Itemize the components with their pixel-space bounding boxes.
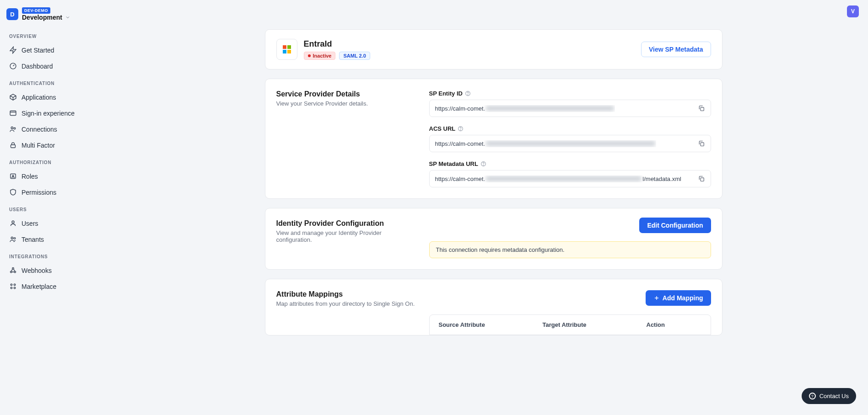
org-name: Development [22,14,62,21]
sidebar-item-webhooks[interactable]: Webhooks [5,263,114,278]
field-prefix: https://calm-comet. [435,105,485,112]
col-source: Source Attribute [439,321,543,328]
sidebar-item-connections[interactable]: Connections [5,122,114,137]
acs-url-value[interactable]: https://calm-comet. [429,135,711,152]
attr-section-desc: Map attributes from your directory to Si… [276,300,415,307]
copy-icon[interactable] [698,105,705,112]
add-mapping-label: Add Mapping [663,294,703,302]
sidebar-item-sign-in-experience[interactable]: Sign-in experience [5,106,114,121]
idp-section-desc: View and manage your Identity Provider c… [276,229,418,243]
connection-header: EntraId Inactive SAML 2.0 View SP Metada… [265,29,722,69]
sidebar-item-label: Marketplace [22,283,56,290]
col-action: Action [647,321,701,328]
svg-rect-31 [701,178,704,181]
help-icon[interactable] [480,161,486,167]
contact-label: Contact Us [819,393,849,399]
copy-icon[interactable] [698,140,705,147]
sp-section-desc: View your Service Provider details. [276,100,418,107]
sidebar-item-users[interactable]: Users [5,216,114,231]
users-group-icon [9,235,17,243]
edit-configuration-button[interactable]: Edit Configuration [639,218,711,233]
sidebar-item-tenants[interactable]: Tenants [5,232,114,247]
view-sp-metadata-button[interactable]: View SP Metadata [641,42,711,57]
lock-icon [9,141,17,149]
sp-metadata-url-field: SP Metadata URL https://calm-comet.l/met… [429,160,711,187]
section-title-authentication: AUTHENTICATION [5,74,114,89]
bolt-icon [9,46,17,54]
sidebar-item-label: Webhooks [22,267,52,274]
field-label: SP Metadata URL [429,160,478,167]
field-label: SP Entity ID [429,90,463,97]
sidebar-item-get-started[interactable]: Get Started [5,43,114,58]
sidebar-item-label: Users [22,220,38,227]
user-avatar[interactable]: V [847,5,859,17]
protocol-badge: SAML 2.0 [339,52,370,60]
sidebar-item-label: Applications [22,94,56,101]
help-icon[interactable] [458,126,464,132]
microsoft-icon [282,45,291,54]
help-icon[interactable] [465,90,471,96]
svg-point-16 [14,284,16,286]
org-avatar: D [6,8,18,20]
sidebar-item-label: Connections [22,126,57,133]
svg-point-27 [460,130,461,130]
svg-rect-21 [283,50,286,53]
idp-config-card: Identity Provider Configuration View and… [265,208,722,270]
sidebar-item-permissions[interactable]: Permissions [5,185,114,200]
sidebar-item-multi-factor[interactable]: Multi Factor [5,138,114,153]
attribute-mappings-card: Attribute Mappings Map attributes from y… [265,279,722,335]
sidebar-item-dashboard[interactable]: Dashboard [5,59,114,74]
attribute-table-header: Source Attribute Target Attribute Action [429,314,711,335]
sp-entity-id-value[interactable]: https://calm-comet. [429,100,711,117]
shield-icon [9,188,17,196]
window-icon [9,109,17,117]
add-mapping-button[interactable]: Add Mapping [646,290,711,306]
svg-rect-20 [287,45,291,49]
sp-details-card: Service Provider Details View your Servi… [265,79,722,199]
svg-rect-22 [287,50,291,53]
sidebar-item-marketplace[interactable]: Marketplace [5,279,114,294]
svg-point-24 [468,95,468,95]
idp-section-title: Identity Provider Configuration [276,219,418,228]
connection-title: EntraId [304,39,370,49]
svg-point-17 [11,287,12,289]
sidebar-item-label: Sign-in experience [22,110,75,117]
sp-metadata-url-value[interactable]: https://calm-comet.l/metadata.xml [429,170,711,187]
copy-icon[interactable] [698,175,705,182]
section-title-integrations: INTEGRATIONS [5,248,114,262]
svg-rect-6 [11,145,16,148]
svg-point-15 [11,284,12,286]
sidebar-item-applications[interactable]: Applications [5,90,114,105]
user-icon [9,219,17,227]
chevron-down-icon [65,15,70,20]
sidebar-item-label: Roles [22,173,38,180]
sp-entity-id-field: SP Entity ID https://calm-comet. [429,90,711,117]
webhook-icon [9,266,17,274]
org-switcher[interactable]: D DEV-DEMO Development [5,5,114,27]
apps-icon [9,282,17,290]
plus-icon [653,295,660,301]
field-prefix: https://calm-comet. [435,176,485,182]
svg-point-5 [14,128,16,129]
section-title-overview: OVERVIEW [5,27,114,42]
svg-point-8 [12,175,14,176]
status-badge: Inactive [304,52,336,60]
svg-point-18 [14,287,16,289]
users-icon [9,125,17,133]
svg-rect-19 [283,45,286,49]
sidebar: D DEV-DEMO Development OVERVIEW Get Star… [0,0,119,415]
field-label: ACS URL [429,125,456,132]
section-title-authorization: AUTHORIZATION [5,154,114,168]
sidebar-item-roles[interactable]: Roles [5,169,114,184]
field-prefix: https://calm-comet. [435,140,485,147]
sidebar-item-label: Get Started [22,47,54,54]
col-target: Target Attribute [543,321,647,328]
acs-url-field: ACS URL https://calm-comet. [429,125,711,152]
help-circle-icon: ? [809,393,816,399]
svg-point-10 [11,237,13,239]
field-suffix: l/metadata.xml [642,176,681,182]
svg-rect-2 [10,111,16,116]
contact-us-button[interactable]: ? Contact Us [802,388,856,404]
sidebar-item-label: Permissions [22,189,56,196]
attr-section-title: Attribute Mappings [276,290,415,298]
